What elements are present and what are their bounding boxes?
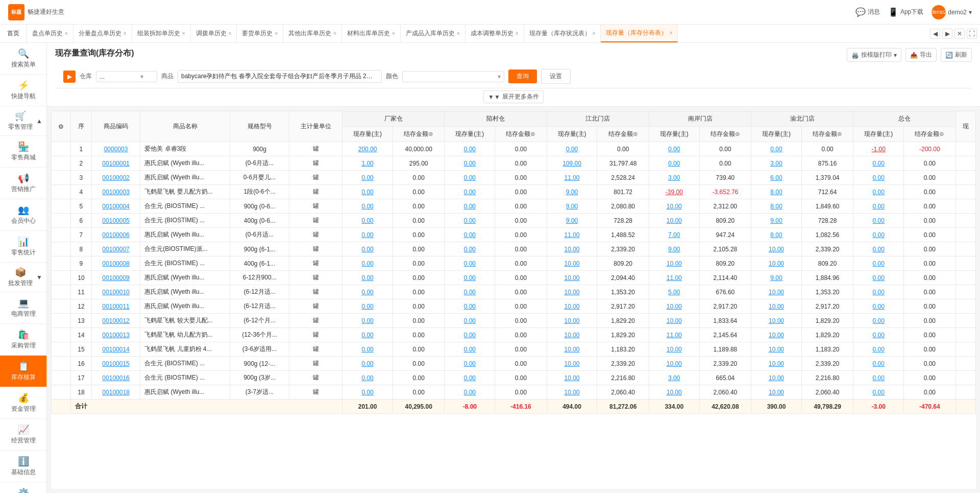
row-yubei-qty[interactable]: 8.00 (751, 199, 802, 214)
row-total-qty[interactable]: 0.00 (853, 242, 904, 256)
row-yubei-qty[interactable]: 10.00 (751, 242, 802, 256)
row-mucun-qty[interactable]: 0.00 (445, 357, 495, 371)
row-yubei-qty[interactable]: 10.00 (751, 385, 802, 400)
row-code[interactable]: 00100015 (91, 357, 140, 371)
row-factory-qty[interactable]: 0.00 (342, 357, 393, 371)
row-factory-qty[interactable]: 0.00 (342, 242, 393, 256)
sidebar-item-retail-shop[interactable]: 🏪 零售商城 (0, 136, 46, 168)
row-gear[interactable] (52, 142, 71, 156)
row-jiangbei-qty[interactable]: 10.00 (547, 299, 597, 314)
row-code[interactable]: 00100001 (91, 156, 140, 171)
sidebar-item-member[interactable]: 👥 会员中心 (0, 199, 46, 231)
row-code[interactable]: 00100005 (91, 214, 140, 228)
row-mucun-qty[interactable]: 0.00 (445, 299, 495, 314)
tab-zuzhuan-close[interactable]: × (182, 31, 185, 36)
row-code[interactable]: 00100010 (91, 285, 140, 299)
row-nanan-qty[interactable]: 11.00 (649, 328, 699, 342)
print-btn[interactable]: 🖨️ 按模版打印 ▾ (847, 48, 901, 62)
row-code[interactable]: 00100008 (91, 256, 140, 271)
tab-diaobuo-close[interactable]: × (229, 31, 232, 36)
tab-qitachuku[interactable]: 其他出库单历史 × (283, 25, 342, 42)
sidebar-item-wholesale[interactable]: 📦 批发管理 ▼ (0, 263, 46, 292)
row-yubei-qty[interactable]: 10.00 (751, 342, 802, 357)
tab-prev-btn[interactable]: ◀ (930, 29, 940, 39)
row-jiangbei-qty[interactable]: 9.00 (547, 199, 597, 214)
row-total-qty[interactable]: 0.00 (853, 271, 904, 285)
row-nanan-qty[interactable]: 9.00 (649, 242, 699, 256)
row-total-qty[interactable]: 0.00 (853, 314, 904, 328)
row-nanan-qty[interactable]: 10.00 (649, 342, 699, 357)
tab-pandian[interactable]: 盘点单历史 × (27, 25, 74, 42)
row-gear[interactable] (52, 385, 71, 400)
row-mucun-qty[interactable]: 0.00 (445, 156, 495, 171)
row-mucun-qty[interactable]: 0.00 (445, 171, 495, 185)
row-nanan-qty[interactable]: 11.00 (649, 271, 699, 285)
tab-home[interactable]: 首页 (0, 25, 27, 42)
row-code[interactable]: 00100014 (91, 342, 140, 357)
row-gear[interactable] (52, 328, 71, 342)
color-field[interactable]: ▾ (402, 71, 504, 82)
row-nanan-qty[interactable]: -39.00 (649, 185, 699, 199)
sidebar-item-ops[interactable]: 📈 经营管理 (0, 419, 46, 451)
row-mucun-qty[interactable]: 0.00 (445, 328, 495, 342)
row-factory-qty[interactable]: 0.00 (342, 271, 393, 285)
row-code[interactable]: 00100013 (91, 328, 140, 342)
row-jiangbei-qty[interactable]: 10.00 (547, 314, 597, 328)
tab-expand-btn[interactable]: ⛶ (967, 29, 977, 39)
row-jiangbei-qty[interactable]: 10.00 (547, 285, 597, 299)
row-jiangbei-qty[interactable]: 10.00 (547, 271, 597, 285)
row-total-qty[interactable]: 0.00 (853, 357, 904, 371)
row-jiangbei-qty[interactable]: 10.00 (547, 256, 597, 271)
filter-toggle-btn[interactable]: ▶ (63, 71, 76, 83)
row-yubei-qty[interactable]: 8.00 (751, 228, 802, 242)
row-code[interactable]: 00100007 (91, 242, 140, 256)
row-mucun-qty[interactable]: 0.00 (445, 242, 495, 256)
row-code[interactable]: 00100016 (91, 371, 140, 385)
row-total-qty[interactable]: -1.00 (853, 142, 904, 156)
row-yubei-qty[interactable]: 8.00 (751, 185, 802, 199)
tab-close-all-btn[interactable]: ✕ (954, 29, 965, 39)
row-gear[interactable] (52, 214, 71, 228)
tab-yaohuo[interactable]: 要货单历史 × (237, 25, 283, 42)
row-factory-qty[interactable]: 0.00 (342, 185, 393, 199)
row-yubei-qty[interactable]: 3.00 (751, 156, 802, 171)
row-factory-qty[interactable]: 0.00 (342, 256, 393, 271)
tab-chanchengru-close[interactable]: × (457, 31, 460, 36)
row-gear[interactable] (52, 156, 71, 171)
tab-zuzhuan[interactable]: 组装拆卸单历史 × (132, 25, 191, 42)
tab-diaobuo[interactable]: 调拨单历史 × (191, 25, 237, 42)
row-gear[interactable] (52, 357, 71, 371)
row-gear[interactable] (52, 371, 71, 385)
user-area[interactable]: demo2 demo2 ▾ (932, 5, 972, 19)
row-jiangbei-qty[interactable]: 0.00 (547, 142, 597, 156)
row-total-qty[interactable]: 0.00 (853, 214, 904, 228)
row-jiangbei-qty[interactable]: 10.00 (547, 357, 597, 371)
row-nanan-qty[interactable]: 0.00 (649, 156, 699, 171)
row-nanan-qty[interactable]: 10.00 (649, 299, 699, 314)
row-jiangbei-qty[interactable]: 11.00 (547, 228, 597, 242)
row-total-qty[interactable]: 0.00 (853, 299, 904, 314)
sidebar-item-retail-mgmt[interactable]: 🛒 零售管理 ▲ (0, 106, 46, 136)
sidebar-item-inventory[interactable]: 📋 库存核算 (0, 356, 46, 387)
tab-pandian-close[interactable]: × (65, 31, 68, 36)
row-nanan-qty[interactable]: 10.00 (649, 199, 699, 214)
row-gear[interactable] (52, 314, 71, 328)
expand-conditions-btn[interactable]: ▼▼ 展开更多条件 (483, 90, 544, 103)
row-jiangbei-qty[interactable]: 10.00 (547, 385, 597, 400)
row-yubei-qty[interactable]: 9.00 (751, 271, 802, 285)
row-mucun-qty[interactable]: 0.00 (445, 185, 495, 199)
row-nanan-qty[interactable]: 10.00 (649, 256, 699, 271)
tab-cailiaochuku[interactable]: 材料出库单历史 × (342, 25, 401, 42)
row-factory-qty[interactable]: 0.00 (342, 214, 393, 228)
row-yubei-qty[interactable]: 10.00 (751, 371, 802, 385)
row-jiangbei-qty[interactable]: 109.00 (547, 156, 597, 171)
query-btn[interactable]: 查询 (508, 69, 537, 83)
row-gear[interactable] (52, 299, 71, 314)
row-total-qty[interactable]: 0.00 (853, 371, 904, 385)
row-nanan-qty[interactable]: 3.00 (649, 371, 699, 385)
row-yubei-qty[interactable]: 6.00 (751, 171, 802, 185)
tab-fenpandian[interactable]: 分量盘点单历史 × (74, 25, 132, 42)
row-jiangbei-qty[interactable]: 9.00 (547, 185, 597, 199)
sidebar-item-nav[interactable]: ⚡ 快捷导航 (0, 75, 46, 106)
row-jiangbei-qty[interactable]: 10.00 (547, 328, 597, 342)
